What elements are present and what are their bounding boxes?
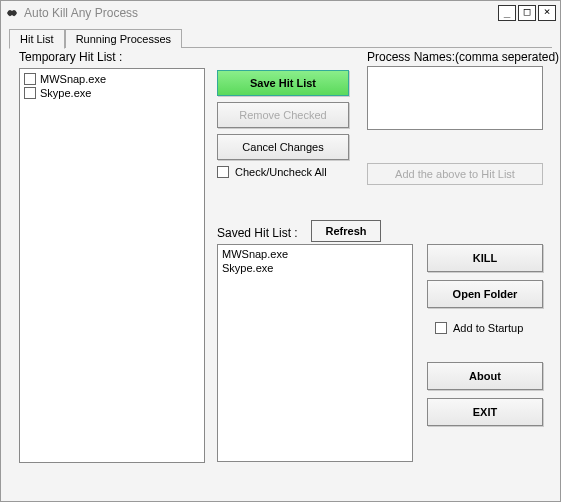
window-title: Auto Kill Any Process xyxy=(24,6,498,20)
add-to-hit-list-button[interactable]: Add the above to Hit List xyxy=(367,163,543,185)
refresh-button[interactable]: Refresh xyxy=(311,220,381,242)
process-name: Skype.exe xyxy=(40,87,91,99)
right-button-column: KILL Open Folder Add to Startup About EX… xyxy=(427,244,543,434)
list-item[interactable]: Skype.exe xyxy=(222,261,408,275)
process-names-label: Process Names:(comma seperated) xyxy=(367,50,559,64)
temporary-hit-list-label: Temporary Hit List : xyxy=(19,50,122,64)
save-hit-list-button[interactable]: Save Hit List xyxy=(217,70,349,96)
exit-button[interactable]: EXIT xyxy=(427,398,543,426)
tab-running-processes[interactable]: Running Processes xyxy=(65,29,182,48)
minimize-button[interactable]: _ xyxy=(498,5,516,21)
maximize-button[interactable]: □ xyxy=(518,5,536,21)
titlebar: Auto Kill Any Process _ □ × xyxy=(1,1,560,25)
checkbox[interactable] xyxy=(24,73,36,85)
remove-checked-button[interactable]: Remove Checked xyxy=(217,102,349,128)
kill-button[interactable]: KILL xyxy=(427,244,543,272)
about-button[interactable]: About xyxy=(427,362,543,390)
temporary-hit-list[interactable]: MWSnap.exe Skype.exe xyxy=(19,68,205,463)
tab-content: Temporary Hit List : MWSnap.exe Skype.ex… xyxy=(1,48,560,498)
app-icon xyxy=(5,6,19,20)
cancel-changes-button[interactable]: Cancel Changes xyxy=(217,134,349,160)
list-item[interactable]: Skype.exe xyxy=(24,86,200,100)
open-folder-button[interactable]: Open Folder xyxy=(427,280,543,308)
process-name: MWSnap.exe xyxy=(40,73,106,85)
list-item[interactable]: MWSnap.exe xyxy=(222,247,408,261)
list-item[interactable]: MWSnap.exe xyxy=(24,72,200,86)
action-button-column: Save Hit List Remove Checked Cancel Chan… xyxy=(217,70,353,178)
process-names-input[interactable] xyxy=(367,66,543,130)
checkbox[interactable] xyxy=(24,87,36,99)
add-to-startup-label: Add to Startup xyxy=(453,322,523,334)
close-button[interactable]: × xyxy=(538,5,556,21)
check-uncheck-all-label: Check/Uncheck All xyxy=(235,166,327,178)
app-window: Auto Kill Any Process _ □ × Hit List Run… xyxy=(0,0,561,502)
add-to-startup-row[interactable]: Add to Startup xyxy=(435,322,543,334)
checkbox[interactable] xyxy=(435,322,447,334)
saved-hit-list[interactable]: MWSnap.exe Skype.exe xyxy=(217,244,413,462)
check-uncheck-all-row[interactable]: Check/Uncheck All xyxy=(217,166,353,178)
tab-bar: Hit List Running Processes xyxy=(1,25,560,48)
saved-hit-list-label: Saved Hit List : xyxy=(217,226,298,240)
tab-hit-list[interactable]: Hit List xyxy=(9,29,65,49)
checkbox[interactable] xyxy=(217,166,229,178)
